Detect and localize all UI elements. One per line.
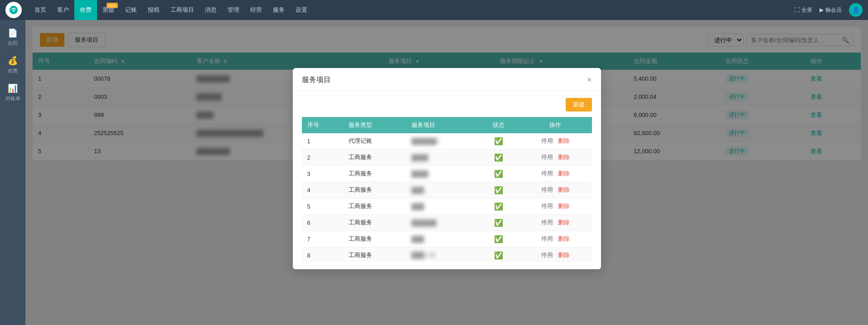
modal-table-row: 3 工商服务 ████ ✅ 停用 删除 [302, 165, 592, 182]
status-check-icon: ✅ [494, 235, 503, 243]
nav-business[interactable]: 工商项目 [165, 0, 199, 20]
nav-home[interactable]: 首页 [29, 0, 52, 20]
sidebar-item-contract[interactable]: 📄 合同 [0, 24, 25, 51]
modal-cell-action: 停用 删除 [519, 231, 592, 247]
nav-operation[interactable]: 经营 [245, 0, 267, 20]
sidebar: 📄 合同 💰 收费 📊 对账单 [0, 20, 25, 325]
disable-link[interactable]: 停用 [541, 219, 553, 226]
status-check-icon: ✅ [494, 170, 503, 178]
modal-cell-type: 工商服务 [343, 214, 406, 231]
new-badge: new [107, 3, 118, 8]
svg-point-1 [13, 10, 15, 12]
avatar[interactable]: 👤 [849, 3, 863, 17]
status-check-icon: ✅ [494, 252, 503, 259]
modal-cell-action: 停用 删除 [519, 247, 592, 262]
modal-cell-no: 7 [302, 231, 343, 247]
top-nav: 首页 客户 收费 票据 new 记账 报税 工商项目 消息 管理 经营 服务 设… [0, 0, 868, 20]
nav-bookkeeping[interactable]: 记账 [120, 0, 142, 20]
nav-service[interactable]: 服务 [267, 0, 290, 20]
modal-cell-no: 3 [302, 165, 343, 182]
delete-link[interactable]: 删除 [558, 137, 570, 144]
delete-link[interactable]: 删除 [558, 154, 570, 160]
modal-cell-no: 5 [302, 198, 343, 214]
status-check-icon: ✅ [494, 154, 503, 161]
main-layout: 📄 合同 💰 收费 📊 对账单 新增 服务项目 进行中 全部 已结束 [0, 20, 868, 325]
modal-cell-no: 8 [302, 247, 343, 262]
disable-link[interactable]: 停用 [541, 235, 553, 242]
sidebar-item-fee[interactable]: 💰 收费 [0, 51, 25, 79]
nav-invoice[interactable]: 票据 new [97, 0, 120, 20]
nav-fee[interactable]: 收费 [74, 0, 97, 20]
nav-settings[interactable]: 设置 [290, 0, 313, 20]
modal-cell-status: ✅ [478, 198, 519, 214]
modal-cell-action: 停用 删除 [519, 214, 592, 231]
modal-table: 序号 服务类型 服务项目 状态 操作 1 代理记账 ██████1 ✅ 停用 删… [302, 117, 592, 262]
disable-link[interactable]: 停用 [541, 137, 553, 144]
nav-manage[interactable]: 管理 [222, 0, 245, 20]
modal-col-action: 操作 [519, 117, 592, 133]
modal-cell-item: ██████1 [406, 133, 478, 150]
modal-cell-action: 停用 删除 [519, 182, 592, 198]
disable-link[interactable]: 停用 [541, 186, 553, 193]
modal-cell-status: ✅ [478, 247, 519, 262]
disable-link[interactable]: 停用 [541, 170, 553, 177]
sidebar-item-statement[interactable]: 📊 对账单 [0, 79, 25, 107]
modal-close-button[interactable]: × [587, 75, 592, 85]
logo[interactable] [5, 2, 22, 18]
modal-cell-no: 2 [302, 149, 343, 165]
modal-table-row: 1 代理记账 ██████1 ✅ 停用 删除 [302, 133, 592, 150]
nav-message[interactable]: 消息 [199, 0, 222, 20]
modal-cell-action: 停用 删除 [519, 165, 592, 182]
modal-cell-status: ✅ [478, 165, 519, 182]
delete-link[interactable]: 删除 [558, 252, 570, 258]
delete-link[interactable]: 删除 [558, 235, 570, 242]
delete-link[interactable]: 删除 [558, 186, 570, 193]
content-area: 新增 服务项目 进行中 全部 已结束 🔍 [25, 20, 868, 325]
modal-scroll-wrap[interactable]: 序号 服务类型 服务项目 状态 操作 1 代理记账 ██████1 ✅ 停用 删… [302, 117, 592, 262]
modal-toolbar: 新建 [302, 98, 592, 112]
modal-cell-status: ✅ [478, 231, 519, 247]
modal-table-row: 4 工商服务 ███ ✅ 停用 删除 [302, 182, 592, 198]
modal-col-type: 服务类型 [343, 117, 406, 133]
modal-cell-no: 6 [302, 214, 343, 231]
modal-new-button[interactable]: 新建 [566, 98, 592, 112]
modal-cell-no: 1 [302, 133, 343, 150]
nav-customer[interactable]: 客户 [52, 0, 74, 20]
modal-cell-type: 工商服务 [343, 165, 406, 182]
modal-cell-item: ████ [406, 165, 478, 182]
modal-table-row: 8 工商服务 ███注册 ✅ 停用 删除 [302, 247, 592, 262]
delete-link[interactable]: 删除 [558, 170, 570, 177]
modal-body: 新建 序号 服务类型 服务项目 状态 操作 [293, 91, 601, 269]
disable-link[interactable]: 停用 [541, 154, 553, 160]
modal-header: 服务项目 × [293, 68, 601, 91]
modal-cell-item: ███ [406, 198, 478, 214]
modal-col-status: 状态 [478, 117, 519, 133]
modal-cell-status: ✅ [478, 149, 519, 165]
modal-table-row: 5 工商服务 ███ ✅ 停用 删除 [302, 198, 592, 214]
status-check-icon: ✅ [494, 203, 503, 210]
modal-cell-type: 工商服务 [343, 182, 406, 198]
contract-icon: 📄 [8, 28, 18, 38]
disable-link[interactable]: 停用 [541, 252, 553, 258]
modal-col-no: 序号 [302, 117, 343, 133]
delete-link[interactable]: 删除 [558, 203, 570, 209]
modal-cell-item: ███ [406, 231, 478, 247]
delete-link[interactable]: 删除 [558, 219, 570, 226]
fee-icon: 💰 [8, 56, 18, 66]
modal-cell-item: ███注册 [406, 247, 478, 262]
vip-button[interactable]: ▶ 畅会员 [820, 6, 842, 14]
modal-cell-status: ✅ [478, 182, 519, 198]
fullscreen-icon: ⛶ [794, 7, 800, 13]
fullscreen-button[interactable]: ⛶ 全屏 [794, 6, 812, 14]
modal-cell-item: ███ [406, 182, 478, 198]
disable-link[interactable]: 停用 [541, 203, 553, 209]
modal-cell-item: ████ [406, 149, 478, 165]
modal-cell-type: 工商服务 [343, 247, 406, 262]
nav-tax[interactable]: 报税 [142, 0, 165, 20]
modal-cell-no: 4 [302, 182, 343, 198]
modal-cell-action: 停用 删除 [519, 149, 592, 165]
statement-icon: 📊 [8, 83, 18, 93]
modal-title: 服务项目 [302, 75, 331, 85]
modal-cell-type: 工商服务 [343, 198, 406, 214]
modal-cell-action: 停用 删除 [519, 198, 592, 214]
